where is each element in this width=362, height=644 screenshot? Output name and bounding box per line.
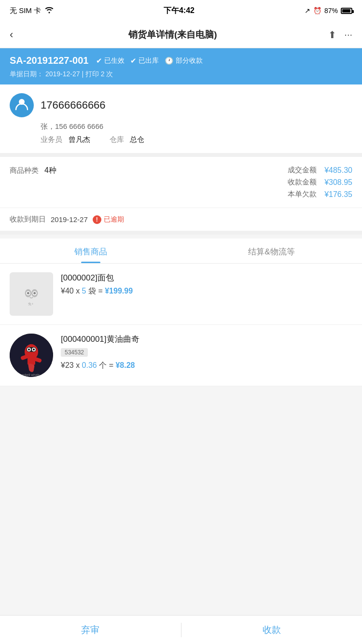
status-right: ↗ ⏰ 87%: [305, 7, 352, 14]
svg-point-15: [28, 349, 30, 350]
received-amount-row: 收款金额 ¥308.95: [288, 178, 352, 187]
deal-amount-row: 成交金额 ¥485.30: [288, 166, 352, 175]
stats-row: 商品种类 4种 成交金额 ¥485.30 收款金额 ¥308.95 本单欠款 ¥…: [10, 166, 352, 199]
stats-section: 商品种类 4种 成交金额 ¥485.30 收款金额 ¥308.95 本单欠款 ¥…: [0, 157, 362, 208]
customer-phone: 17666666666: [41, 99, 106, 112]
amount-stats: 成交金额 ¥485.30 收款金额 ¥308.95 本单欠款 ¥176.35: [288, 166, 352, 199]
customer-row: 17666666666: [10, 93, 352, 117]
product-name-2: [000400001]黄油曲奇: [61, 334, 352, 345]
bottom-bar: 弃审 收款: [0, 615, 362, 644]
tab-settlement[interactable]: 结算&物流等: [181, 238, 362, 263]
check-icon-1: ✔: [96, 56, 102, 65]
staff-info: 业务员 曾凡杰: [41, 135, 90, 144]
overdue-badge: ! 已逾期: [93, 215, 124, 224]
location-icon: ↗: [305, 7, 310, 14]
carrier-label: 无 SIM 卡: [10, 6, 41, 15]
product-price-1: ¥40 x 5 袋 = ¥199.99: [61, 286, 352, 296]
share-button[interactable]: ⬆: [328, 29, 336, 41]
product-item-1: 兔+ [0000002]面包 ¥40 x 5 袋 = ¥199.99: [0, 264, 362, 325]
product-info-1: [0000002]面包 ¥40 x 5 袋 = ¥199.99: [61, 272, 352, 296]
svg-point-1: [20, 283, 43, 306]
order-id: SA-20191227-001: [10, 55, 88, 66]
tab-sales-products[interactable]: 销售商品: [0, 238, 181, 263]
product-price-2: ¥23 x 0.36 个 = ¥8.28: [61, 361, 352, 371]
customer-avatar: [10, 93, 34, 117]
overdue-icon: !: [93, 215, 101, 224]
divider-2: [0, 231, 362, 235]
status-partial-payment: 🕐 部分收款: [165, 56, 203, 65]
due-date-section: 收款到期日 2019-12-27 ! 已逾期: [0, 208, 362, 231]
tabs-section: 销售商品 结算&物流等: [0, 238, 362, 264]
battery-icon: [341, 8, 352, 14]
customer-meta: 业务员 曾凡杰 仓库 总仓: [41, 135, 352, 144]
product-type-stat: 商品种类 4种: [10, 166, 56, 176]
status-delivered: ✔ 已出库: [130, 56, 159, 65]
product-placeholder-1: 兔+: [10, 272, 53, 316]
product-image-2: dinnerbell whats: [10, 334, 53, 377]
bottom-spacer: [0, 386, 362, 420]
svg-point-16: [33, 349, 35, 350]
battery-label: 87%: [324, 7, 338, 14]
svg-text:兔+: 兔+: [28, 302, 33, 306]
status-bar: 无 SIM 卡 下午4:42 ↗ ⏰ 87%: [0, 0, 362, 21]
order-date-line: 单据日期： 2019-12-27 | 打印 2 次: [10, 70, 352, 79]
page-title: 销货单详情(来自电脑): [17, 28, 328, 41]
back-button[interactable]: ‹: [6, 25, 17, 45]
products-section: 兔+ [0000002]面包 ¥40 x 5 袋 = ¥199.99: [0, 264, 362, 386]
tabs-row: 销售商品 结算&物流等: [0, 238, 362, 263]
check-icon-2: ✔: [130, 56, 137, 65]
more-button[interactable]: ···: [344, 29, 352, 40]
status-tags: ✔ 已生效 ✔ 已出库 🕐 部分收款: [96, 56, 203, 65]
nav-bar: ‹ 销货单详情(来自电脑) ⬆ ···: [0, 21, 362, 48]
status-left: 无 SIM 卡: [10, 6, 54, 15]
svg-text:dinnerbell whats: dinnerbell whats: [15, 373, 40, 377]
product-badge-2: 534532: [61, 348, 88, 357]
clock-icon: 🕐: [165, 56, 174, 65]
status-effective: ✔ 已生效: [96, 56, 125, 65]
svg-point-7: [33, 292, 36, 294]
product-item-2: dinnerbell whats [000400001]黄油曲奇 534532 …: [0, 325, 362, 386]
order-header: SA-20191227-001 ✔ 已生效 ✔ 已出库 🕐 部分收款 单据日期：…: [0, 48, 362, 84]
customer-name-phone: 张，156 6666 6666: [41, 122, 352, 131]
product-image-1: 兔+: [10, 272, 53, 316]
status-time: 下午4:42: [164, 6, 195, 16]
person-icon: [15, 97, 28, 114]
collect-payment-button[interactable]: 收款: [181, 619, 362, 641]
svg-point-6: [27, 292, 29, 294]
alarm-icon: ⏰: [313, 7, 321, 14]
product-name-1: [0000002]面包: [61, 272, 352, 283]
debt-amount-row: 本单欠款 ¥176.35: [288, 190, 352, 199]
abandon-review-button[interactable]: 弃审: [0, 619, 181, 641]
divider-1: [0, 153, 362, 157]
svg-rect-17: [28, 356, 35, 365]
warehouse-info: 仓库 总仓: [110, 135, 145, 144]
nav-actions: ⬆ ···: [328, 29, 352, 41]
product-info-2: [000400001]黄油曲奇 534532 ¥23 x 0.36 个 = ¥8…: [61, 334, 352, 371]
wifi-icon: [45, 7, 54, 15]
customer-section: 17666666666 张，156 6666 6666 业务员 曾凡杰 仓库 总…: [0, 84, 362, 153]
